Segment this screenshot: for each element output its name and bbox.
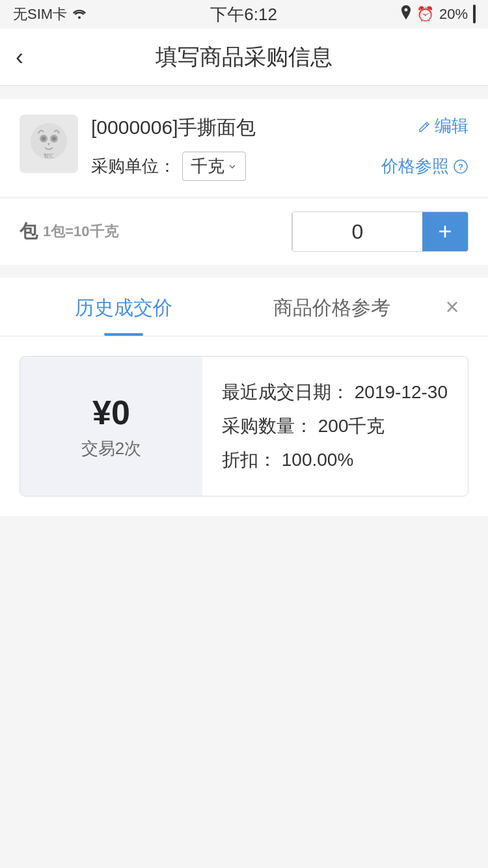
discount-value: 100.00%: [282, 450, 354, 470]
price-tabs: 历史成交价 商品价格参考 ×: [0, 278, 488, 336]
svg-point-3: [42, 137, 46, 141]
battery-icon: [473, 6, 475, 23]
price-card-wrapper: ¥0 交易2次 最近成交日期： 2019-12-30 采购数量： 200千克 折…: [0, 336, 488, 516]
quantity-plus-button[interactable]: +: [422, 212, 468, 251]
status-bar: 无SIM卡 下午6:12 ⏰ 20%: [0, 0, 488, 29]
price-summary-left: ¥0 交易2次: [20, 357, 202, 496]
back-button[interactable]: ‹: [16, 44, 23, 71]
page-title: 填写商品采购信息: [156, 42, 332, 72]
carrier-label: 无SIM卡: [13, 5, 67, 24]
product-name: [0000006]手撕面包: [91, 115, 256, 141]
quantity-input[interactable]: 0: [292, 212, 422, 251]
product-thumbnail: 智汇: [20, 115, 78, 173]
quantity-row: 包 1包=10千克 0 +: [0, 198, 488, 265]
quantity-label: 包 1包=10千克: [20, 219, 118, 244]
unit-select[interactable]: 千克: [182, 152, 246, 181]
price-amount: ¥0: [92, 393, 130, 432]
product-thumb-icon: 智汇: [29, 122, 68, 166]
status-right: ⏰ 20%: [401, 5, 475, 23]
svg-text:智汇: 智汇: [44, 153, 54, 159]
nav-bar: ‹ 填写商品采购信息: [0, 29, 488, 86]
svg-text:?: ?: [458, 162, 463, 172]
tab-history-price[interactable]: 历史成交价: [20, 278, 228, 336]
bottom-area: [0, 516, 488, 868]
recent-date-value: 2019-12-30: [355, 382, 448, 402]
svg-point-4: [52, 137, 56, 141]
price-panel: 历史成交价 商品价格参考 × ¥0 交易2次 最近成交日期： 2019-12-3…: [0, 278, 488, 516]
price-card: ¥0 交易2次 最近成交日期： 2019-12-30 采购数量： 200千克 折…: [20, 356, 468, 496]
purchase-qty-row: 采购数量： 200千克: [222, 414, 448, 439]
tab-product-price[interactable]: 商品价格参考: [228, 278, 436, 336]
quantity-sub-label: 1包=10千克: [43, 222, 118, 241]
unit-label: 采购单位： 千克: [91, 152, 246, 181]
edit-button[interactable]: 编辑: [418, 115, 468, 137]
discount-row: 折扣： 100.00%: [222, 448, 448, 472]
status-time: 下午6:12: [210, 3, 277, 26]
alarm-icon: ⏰: [416, 6, 434, 23]
battery-percentage: 20%: [439, 6, 468, 23]
quantity-control: 0 +: [291, 211, 468, 252]
product-unit-row: 采购单位： 千克 价格参照 ?: [91, 152, 468, 181]
price-details-right: 最近成交日期： 2019-12-30 采购数量： 200千克 折扣： 100.0…: [202, 357, 468, 496]
recent-date-row: 最近成交日期： 2019-12-30: [222, 380, 448, 405]
price-transactions: 交易2次: [81, 437, 141, 460]
purchase-qty-value: 200千克: [318, 416, 385, 436]
product-info: [0000006]手撕面包 编辑 采购单位： 千克 价格: [91, 115, 468, 181]
wifi-icon: [72, 6, 87, 23]
close-panel-button[interactable]: ×: [436, 291, 468, 323]
status-left: 无SIM卡: [13, 5, 87, 24]
location-icon: [401, 5, 411, 23]
quantity-unit-display: 包 1包=10千克: [20, 219, 118, 244]
product-card: 智汇 [0000006]手撕面包 编辑 采购单位： 千克: [0, 99, 488, 197]
price-reference-btn[interactable]: 价格参照 ?: [381, 155, 468, 178]
edit-label: 编辑: [435, 115, 468, 137]
product-header: [0000006]手撕面包 编辑: [91, 115, 468, 141]
